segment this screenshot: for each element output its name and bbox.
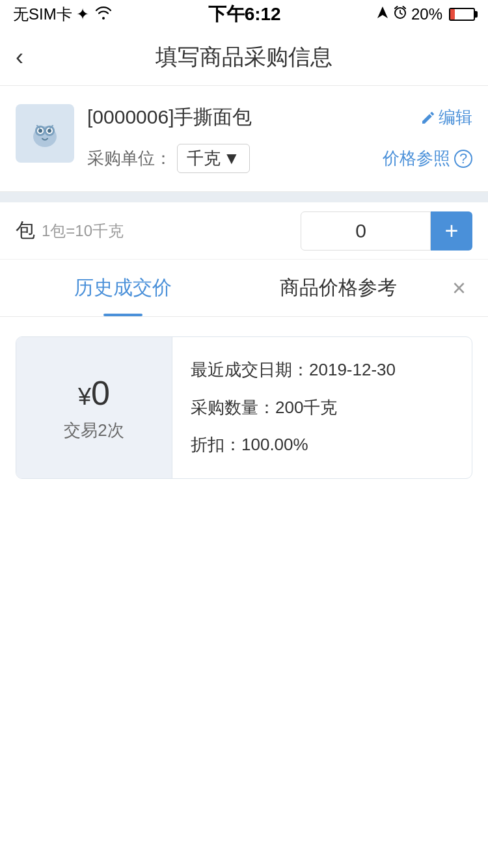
- chevron-down-icon: ▼: [223, 148, 240, 169]
- svg-point-8: [47, 129, 51, 133]
- price-value: 0: [91, 374, 110, 412]
- unit-value: 千克: [187, 147, 221, 170]
- price-panel: 历史成交价 商品价格参考 × ¥0 交易2次 最近成交日期：2019-12-30…: [0, 260, 488, 498]
- tab2-label: 商品价格参考: [280, 275, 397, 301]
- svg-marker-0: [377, 7, 388, 18]
- recent-date-value: 2019-12-30: [309, 360, 396, 379]
- question-icon: ?: [454, 150, 472, 168]
- product-card: [0000006]手撕面包 编辑 采购单位： 千克 ▼ 价格参照 ?: [0, 86, 488, 192]
- battery-icon: [446, 8, 475, 21]
- quantity-label: 采购数量：: [191, 398, 275, 417]
- price-tabs: 历史成交价 商品价格参考 ×: [0, 260, 488, 317]
- alarm-icon: [393, 5, 407, 23]
- recent-date-label: 最近成交日期：: [191, 360, 309, 379]
- product-info: [0000006]手撕面包 编辑 采购单位： 千克 ▼ 价格参照 ?: [87, 104, 472, 173]
- discount-value: 100.00%: [241, 435, 308, 454]
- history-price-area: ¥0 交易2次: [16, 337, 172, 478]
- history-content: ¥0 交易2次 最近成交日期：2019-12-30 采购数量：200千克 折扣：…: [0, 317, 488, 498]
- quantity-hint: 1包=10千克: [42, 221, 124, 241]
- yen-symbol: ¥: [78, 383, 91, 410]
- tab1-label: 历史成交价: [74, 275, 172, 301]
- history-detail-area: 最近成交日期：2019-12-30 采购数量：200千克 折扣：100.00%: [172, 337, 472, 478]
- quantity-input-area: +: [301, 211, 472, 251]
- edit-label: 编辑: [439, 106, 472, 129]
- page-title: 填写商品采购信息: [156, 42, 332, 72]
- quantity-value: 200千克: [275, 398, 337, 417]
- tab-product-price[interactable]: 商品价格参考: [230, 260, 445, 316]
- product-name: [0000006]手撕面包: [87, 104, 252, 131]
- unit-label-text: 采购单位：: [87, 147, 172, 170]
- quantity-unit-label: 包: [16, 217, 35, 244]
- carrier-text: 无SIM卡 ✦: [13, 4, 89, 25]
- edit-button[interactable]: 编辑: [420, 106, 472, 129]
- bottom-area: [0, 498, 488, 868]
- product-name-row: [0000006]手撕面包 编辑: [87, 104, 472, 131]
- battery-pct: 20%: [411, 5, 442, 23]
- product-logo: [16, 104, 74, 163]
- status-left: 无SIM卡 ✦: [13, 4, 113, 25]
- separator: [0, 192, 488, 202]
- purchase-quantity: 采购数量：200千克: [191, 394, 454, 422]
- recent-date: 最近成交日期：2019-12-30: [191, 357, 454, 384]
- quantity-plus-button[interactable]: +: [431, 211, 472, 251]
- status-right: 20%: [376, 5, 475, 23]
- unit-row: 采购单位： 千克 ▼ 价格参照 ?: [87, 144, 472, 173]
- back-button[interactable]: ‹: [16, 44, 23, 71]
- tab-history-price[interactable]: 历史成交价: [16, 260, 230, 316]
- close-button[interactable]: ×: [446, 275, 472, 302]
- price-ref-button[interactable]: 价格参照 ?: [383, 147, 472, 170]
- history-price: ¥0: [78, 373, 110, 413]
- unit-select[interactable]: 千克 ▼: [177, 144, 250, 173]
- quantity-input[interactable]: [301, 211, 431, 251]
- history-trades: 交易2次: [64, 419, 124, 442]
- unit-label: 采购单位： 千克 ▼: [87, 144, 250, 173]
- status-time: 下午6:12: [208, 2, 281, 27]
- wifi-icon: [94, 5, 113, 23]
- nav-bar: ‹ 填写商品采购信息: [0, 29, 488, 86]
- history-card: ¥0 交易2次 最近成交日期：2019-12-30 采购数量：200千克 折扣：…: [16, 336, 472, 479]
- discount: 折扣：100.00%: [191, 431, 454, 459]
- svg-point-7: [38, 129, 42, 133]
- tab-underline: [103, 314, 142, 316]
- quantity-row: 包 1包=10千克 +: [0, 202, 488, 260]
- price-ref-label: 价格参照: [383, 147, 450, 170]
- location-icon: [376, 5, 389, 23]
- status-bar: 无SIM卡 ✦ 下午6:12 20%: [0, 0, 488, 29]
- discount-label: 折扣：: [191, 435, 241, 454]
